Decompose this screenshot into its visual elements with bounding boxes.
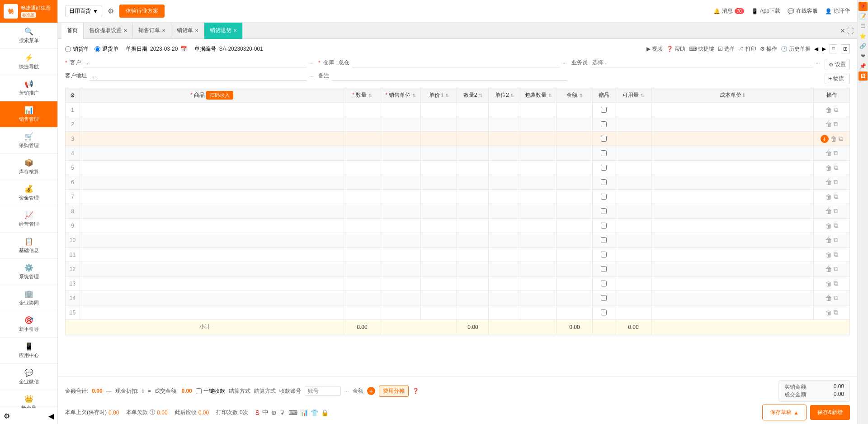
right-panel-icon-3[interactable]: ⭐ bbox=[859, 32, 868, 41]
gift-checkbox-3[interactable] bbox=[601, 136, 607, 142]
logistics-button[interactable]: + 物流 bbox=[825, 73, 850, 84]
row-unit-price-cell-1[interactable] bbox=[421, 103, 457, 117]
radio-return[interactable]: 退货单 bbox=[94, 45, 118, 53]
row-gift-cell-11[interactable] bbox=[593, 248, 615, 262]
row-unit-price-cell-10[interactable] bbox=[421, 233, 457, 248]
right-panel-icon-6[interactable]: 📌 bbox=[859, 62, 868, 71]
delete-row-icon-9[interactable]: 🗑 bbox=[826, 222, 832, 229]
row-quantity-cell-5[interactable] bbox=[344, 161, 380, 175]
row-sales-unit-cell-12[interactable] bbox=[380, 262, 421, 276]
row-sales-unit-cell-3[interactable] bbox=[380, 132, 421, 146]
delete-row-icon-10[interactable]: 🗑 bbox=[826, 237, 832, 244]
row-quantity-cell-7[interactable] bbox=[344, 190, 380, 204]
row-cost-price-cell-9[interactable] bbox=[651, 219, 814, 233]
industry-selector[interactable]: 日用百货 ▼ bbox=[65, 5, 102, 17]
right-panel-icon-5[interactable]: ❤ bbox=[859, 52, 868, 61]
right-panel-icon-4[interactable]: 🔗 bbox=[859, 42, 868, 51]
row-package-qty-cell-3[interactable] bbox=[520, 132, 557, 146]
warehouse-input[interactable] bbox=[352, 58, 560, 67]
cash-discount-info-icon[interactable]: ℹ bbox=[142, 388, 144, 394]
row-package-qty-cell-10[interactable] bbox=[520, 233, 557, 248]
tool1-icon[interactable]: 中 bbox=[262, 409, 269, 417]
row-unit2-cell-3[interactable] bbox=[489, 132, 520, 146]
row-gift-cell-14[interactable] bbox=[593, 291, 615, 305]
row-sales-unit-cell-1[interactable] bbox=[380, 103, 421, 117]
available-sort-icon[interactable]: ⇅ bbox=[641, 93, 644, 98]
row-package-qty-cell-11[interactable] bbox=[520, 248, 557, 262]
row-quantity-cell-9[interactable] bbox=[344, 219, 380, 233]
row-quantity-cell-14[interactable] bbox=[344, 291, 380, 305]
gift-checkbox-2[interactable] bbox=[601, 121, 607, 127]
row-amount-cell-4[interactable] bbox=[557, 146, 593, 161]
sidebar-item-inventory[interactable]: 📦 库存核算 bbox=[0, 154, 57, 180]
sidebar-item-shortcut[interactable]: ⚡ 快捷导航 bbox=[0, 49, 57, 75]
row-gift-cell-3[interactable] bbox=[593, 132, 615, 146]
sidebar-item-vip[interactable]: 👑 畅会员 bbox=[0, 390, 57, 408]
row-product-cell-15[interactable] bbox=[80, 305, 344, 320]
row-package-qty-cell-12[interactable] bbox=[520, 262, 557, 276]
copy-row-icon-5[interactable]: ⧉ bbox=[834, 164, 838, 172]
row-cost-price-cell-6[interactable] bbox=[651, 175, 814, 190]
gift-checkbox-13[interactable] bbox=[601, 281, 607, 286]
dots-more-icon[interactable]: ··· bbox=[344, 388, 349, 394]
salesperson-more-icon[interactable]: ··· bbox=[816, 60, 820, 66]
row-unit2-cell-15[interactable] bbox=[489, 305, 520, 320]
right-panel-icon-0[interactable]: 📌 bbox=[859, 2, 868, 11]
row-gift-cell-9[interactable] bbox=[593, 219, 615, 233]
row-gift-cell-10[interactable] bbox=[593, 233, 615, 248]
row-quantity-cell-3[interactable] bbox=[344, 132, 380, 146]
scan-button[interactable]: 扫码录入 bbox=[206, 91, 233, 100]
row-product-cell-1[interactable] bbox=[80, 103, 344, 117]
row-package-qty-cell-5[interactable] bbox=[520, 161, 557, 175]
row-gift-cell-4[interactable] bbox=[593, 146, 615, 161]
sidebar-collapse-icon[interactable]: ◀ bbox=[48, 412, 54, 420]
amount-sort-icon[interactable]: ⇅ bbox=[579, 93, 583, 98]
row-amount-cell-14[interactable] bbox=[557, 291, 593, 305]
row-unit-price-cell-14[interactable] bbox=[421, 291, 457, 305]
tool7-icon[interactable]: 🔒 bbox=[321, 409, 329, 416]
row-sales-unit-cell-11[interactable] bbox=[380, 248, 421, 262]
row-sales-unit-cell-10[interactable] bbox=[380, 233, 421, 248]
tab-sales-return-close[interactable]: ✕ bbox=[233, 28, 237, 33]
row-package-qty-cell-8[interactable] bbox=[520, 204, 557, 219]
row-available-cell-1[interactable] bbox=[615, 103, 651, 117]
row-quantity2-cell-2[interactable] bbox=[457, 117, 489, 132]
row-sales-unit-cell-2[interactable] bbox=[380, 117, 421, 132]
row-quantity2-cell-3[interactable] bbox=[457, 132, 489, 146]
row-amount-cell-12[interactable] bbox=[557, 262, 593, 276]
copy-row-icon-15[interactable]: ⧉ bbox=[834, 309, 838, 316]
row-quantity-cell-13[interactable] bbox=[344, 276, 380, 291]
row-sales-unit-cell-7[interactable] bbox=[380, 190, 421, 204]
radio-sales-input[interactable] bbox=[65, 46, 71, 52]
delete-row-icon-7[interactable]: 🗑 bbox=[826, 193, 832, 200]
row-quantity-cell-10[interactable] bbox=[344, 233, 380, 248]
row-unit2-cell-10[interactable] bbox=[489, 233, 520, 248]
row-package-qty-cell-6[interactable] bbox=[520, 175, 557, 190]
delete-row-icon-3[interactable]: 🗑 bbox=[830, 135, 837, 143]
row-package-qty-cell-14[interactable] bbox=[520, 291, 557, 305]
package-qty-sort-icon[interactable]: ⇅ bbox=[548, 93, 552, 98]
cost-price-info-icon[interactable]: ℹ bbox=[743, 92, 745, 98]
addr-more-icon[interactable]: ··· bbox=[309, 73, 314, 79]
row-gift-cell-13[interactable] bbox=[593, 276, 615, 291]
unit-price-sort-icon[interactable]: ⇅ bbox=[445, 93, 449, 98]
row-cost-price-cell-15[interactable] bbox=[651, 305, 814, 320]
row-product-cell-8[interactable] bbox=[80, 204, 344, 219]
row-product-cell-6[interactable] bbox=[80, 175, 344, 190]
row-quantity-cell-15[interactable] bbox=[344, 305, 380, 320]
gift-checkbox-1[interactable] bbox=[601, 107, 607, 113]
row-quantity-cell-8[interactable] bbox=[344, 204, 380, 219]
row-gift-cell-12[interactable] bbox=[593, 262, 615, 276]
copy-row-icon-8[interactable]: ⧉ bbox=[834, 207, 838, 215]
row-amount-cell-10[interactable] bbox=[557, 233, 593, 248]
gift-checkbox-14[interactable] bbox=[601, 295, 607, 301]
row-available-cell-5[interactable] bbox=[615, 161, 651, 175]
row-unit2-cell-14[interactable] bbox=[489, 291, 520, 305]
quantity2-sort-icon[interactable]: ⇅ bbox=[479, 93, 482, 98]
fee-info-icon[interactable]: ❓ bbox=[412, 388, 419, 394]
row-quantity2-cell-13[interactable] bbox=[457, 276, 489, 291]
row-amount-cell-13[interactable] bbox=[557, 276, 593, 291]
row-product-cell-3[interactable] bbox=[80, 132, 344, 146]
row-sales-unit-cell-5[interactable] bbox=[380, 161, 421, 175]
row-quantity2-cell-10[interactable] bbox=[457, 233, 489, 248]
